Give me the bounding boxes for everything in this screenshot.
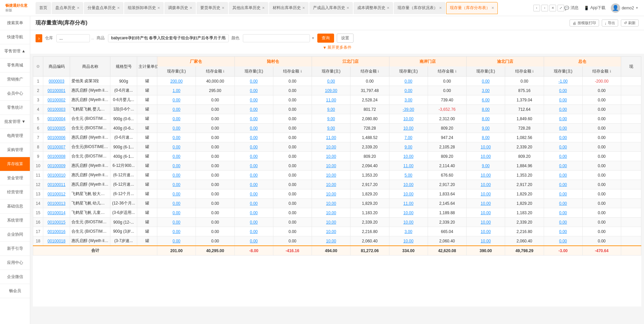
row-lucun-qty[interactable]: 0.00 <box>234 236 273 246</box>
row-factory-qty[interactable]: 0.00 <box>157 152 196 161</box>
row-nanan-qty[interactable]: 10.00 <box>389 124 428 133</box>
tab-9[interactable]: 成本调整单历史✕ <box>354 2 393 14</box>
tab-close-6[interactable]: ✕ <box>262 6 265 10</box>
row-nanan-qty[interactable]: -39.00 <box>389 105 428 114</box>
row-yubei-qty[interactable]: 10.00 <box>467 199 505 208</box>
tab-1[interactable]: 盘点单历史✕ <box>52 2 83 14</box>
row-code[interactable]: 00100007 <box>43 142 70 152</box>
table-container[interactable]: ⚙ 商品编码 商品名称 规格型号 主计量单位 厂家仓 陆村仓 江北门店 南岸门店… <box>33 56 641 307</box>
row-nanan-qty[interactable]: 10.00 <box>389 208 428 218</box>
row-lucun-qty[interactable]: 0.00 <box>234 227 273 236</box>
row-factory-qty[interactable]: 0.00 <box>157 114 196 124</box>
row-yubei-qty[interactable]: 10.00 <box>467 180 505 189</box>
row-lucun-qty[interactable]: 0.00 <box>234 77 273 86</box>
export-btn[interactable]: ↓ 导出 <box>602 19 619 27</box>
row-factory-qty[interactable]: 0.00 <box>157 227 196 236</box>
tab-close-9[interactable]: ✕ <box>387 6 389 10</box>
row-lucun-qty[interactable]: 0.00 <box>234 171 273 180</box>
row-jiangbei-qty[interactable]: 9.00 <box>312 105 351 114</box>
row-yubei-qty[interactable]: 10.00 <box>467 208 505 218</box>
sidebar-item-5[interactable]: 会员中心 <box>0 87 30 101</box>
row-code[interactable]: 00100006 <box>43 133 70 142</box>
row-factory-qty[interactable]: 0.00 <box>157 189 196 199</box>
row-nanan-qty[interactable]: 5.00 <box>389 171 428 180</box>
row-code[interactable]: 00100002 <box>43 95 70 105</box>
row-total-qty[interactable]: 0.00 <box>544 152 582 161</box>
row-code[interactable]: 0000003 <box>43 77 70 86</box>
row-lucun-qty[interactable]: 0.00 <box>234 218 273 227</box>
row-jiangbei-qty[interactable]: 10.00 <box>312 236 351 246</box>
row-total-qty[interactable]: 0.00 <box>544 218 582 227</box>
row-lucun-qty[interactable]: 0.00 <box>234 161 273 171</box>
row-factory-qty[interactable]: 0.00 <box>157 208 196 218</box>
row-code[interactable]: 00100014 <box>43 208 70 218</box>
row-yubei-qty[interactable]: 10.00 <box>467 171 505 180</box>
row-lucun-qty[interactable]: 0.00 <box>234 105 273 114</box>
sidebar-item-1[interactable]: 快捷导航 <box>0 30 30 44</box>
row-total-qty[interactable]: 0.00 <box>544 227 582 236</box>
row-jiangbei-qty[interactable]: 10.00 <box>312 218 351 227</box>
sidebar-item-13[interactable]: 基础信息 <box>0 199 30 214</box>
tab-close-7[interactable]: ✕ <box>302 6 305 10</box>
sidebar-item-10[interactable]: 库存核算 <box>0 157 30 171</box>
row-lucun-qty[interactable]: 0.00 <box>234 189 273 199</box>
row-lucun-qty[interactable]: 0.00 <box>234 199 273 208</box>
row-code[interactable]: 00100011 <box>43 180 70 189</box>
tab-7[interactable]: 材料出库单历史✕ <box>269 2 309 14</box>
row-code[interactable]: 00100016 <box>43 227 70 236</box>
sidebar-item-12[interactable]: 经营管理 <box>0 185 30 199</box>
refresh-btn[interactable]: ↺ 刷新 <box>621 19 639 27</box>
warehouse-input[interactable] <box>56 34 90 42</box>
gear-icon[interactable]: ⚙ <box>36 64 40 69</box>
tab-6[interactable]: 其他出库单历史✕ <box>229 2 268 14</box>
next-tab-btn[interactable]: › <box>541 5 548 11</box>
row-yubei-qty[interactable]: 10.00 <box>467 218 505 227</box>
tab-close-3[interactable]: ✕ <box>157 6 160 10</box>
row-total-qty[interactable]: 0.00 <box>544 124 582 133</box>
tab-close-4[interactable]: ✕ <box>190 6 192 10</box>
row-lucun-qty[interactable]: 0.00 <box>234 180 273 189</box>
sidebar-item-3[interactable]: 零售商城 <box>0 58 30 73</box>
tab-close-1[interactable]: ✕ <box>77 6 79 10</box>
row-nanan-qty[interactable]: 10.00 <box>389 180 428 189</box>
tab-11[interactable]: 现存量（库存分布表）✕ <box>446 2 498 14</box>
row-jiangbei-qty[interactable]: 9.00 <box>312 114 351 124</box>
user-menu[interactable]: 👤 demo2 ▼ <box>611 3 639 13</box>
row-factory-qty[interactable]: 0.00 <box>157 95 196 105</box>
sidebar-item-2[interactable]: 零售管理 ▲ <box>0 44 30 58</box>
tab-close-10[interactable]: ✕ <box>439 6 442 10</box>
row-total-qty[interactable]: 0.00 <box>544 189 582 199</box>
tab-close-5[interactable]: ✕ <box>222 6 224 10</box>
sidebar-item-16[interactable]: 新手引导 <box>0 242 30 256</box>
row-yubei-qty[interactable]: 10.00 <box>467 227 505 236</box>
sidebar-item-15[interactable]: 企业协同 <box>0 228 30 242</box>
row-factory-qty[interactable]: 1.00 <box>157 86 196 95</box>
sidebar-item-9[interactable]: 采购管理 <box>0 143 30 157</box>
sidebar-item-8[interactable]: 电商管理 <box>0 129 30 143</box>
row-code[interactable]: 00100010 <box>43 171 70 180</box>
sidebar-item-17[interactable]: 应用中心 <box>0 256 30 270</box>
row-yubei-qty[interactable]: 6.00 <box>467 95 505 105</box>
row-total-qty[interactable]: 0.00 <box>544 114 582 124</box>
row-code[interactable]: 00100008 <box>43 152 70 161</box>
sidebar-item-7[interactable]: 批发管理 ▼ <box>0 115 30 129</box>
app-download-btn[interactable]: 📱 App下载 <box>584 5 605 11</box>
row-code[interactable]: 00100018 <box>43 236 70 246</box>
row-jiangbei-qty[interactable]: 11.00 <box>312 95 351 105</box>
row-factory-qty[interactable]: 0.00 <box>157 133 196 142</box>
row-jiangbei-qty[interactable]: 10.00 <box>312 180 351 189</box>
row-lucun-qty[interactable]: 0.00 <box>234 152 273 161</box>
sidebar-item-4[interactable]: 营销推广 <box>0 73 30 87</box>
tab-5[interactable]: 要货单历史✕ <box>197 2 228 14</box>
expand-tabs-btn[interactable]: ⤢ <box>557 5 564 11</box>
row-factory-qty[interactable]: 0.00 <box>157 218 196 227</box>
row-factory-qty[interactable]: 200.00 <box>157 77 196 86</box>
print-btn[interactable]: 🖨 按模版打印 <box>570 19 599 27</box>
close-all-btn[interactable]: ✕ <box>549 5 556 11</box>
query-btn[interactable]: 查询 <box>317 34 334 43</box>
sidebar-item-18[interactable]: 企业微信 <box>0 270 30 284</box>
row-nanan-qty[interactable]: 0.00 <box>389 86 428 95</box>
row-lucun-qty[interactable]: 0.00 <box>234 114 273 124</box>
row-nanan-qty[interactable]: 9.00 <box>389 142 428 152</box>
row-factory-qty[interactable]: 0.00 <box>157 142 196 152</box>
